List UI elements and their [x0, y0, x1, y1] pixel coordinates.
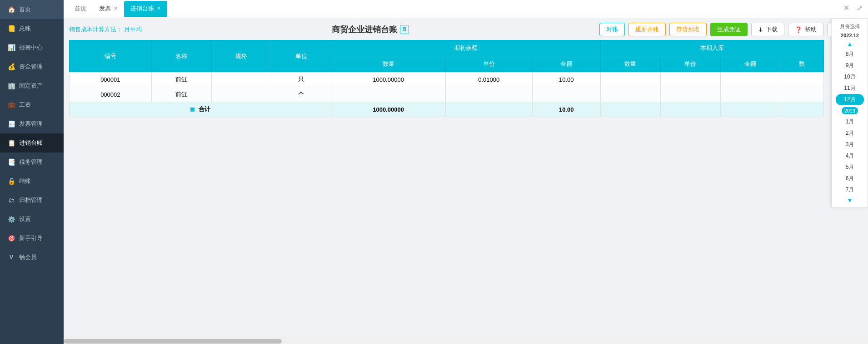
cell-in-amount: [720, 72, 780, 87]
close-button[interactable]: ✕: [842, 4, 851, 12]
cell-in-qty: [600, 72, 660, 87]
assets-icon: 🏢: [7, 82, 15, 90]
sidebar-item-purchase-sales[interactable]: 📋 进销台账: [0, 133, 64, 152]
window-controls: ✕ ⤢: [842, 4, 864, 12]
col-header-period-inbound: 本期入库: [600, 40, 823, 56]
col-header-in-price: 单价: [660, 56, 720, 72]
cell-in-price: [660, 87, 720, 102]
sidebar-item-ledger[interactable]: 📒 总账: [0, 19, 64, 38]
month-item-7[interactable]: 7月: [832, 184, 868, 196]
col-header-spec: 规格: [211, 40, 271, 72]
month-item-6[interactable]: 6月: [832, 173, 868, 184]
month-item-9[interactable]: 9月: [832, 60, 868, 71]
maximize-button[interactable]: ⤢: [855, 4, 864, 12]
col-header-in-qty: 数量: [600, 56, 660, 72]
sidebar: 🏠 首页 📒 总账 📊 报表中心 💰 资金管理 🏢 固定资产 💼 工资 🧾 发票…: [0, 0, 64, 344]
table-row: 000001 前缸 只 1000.00000 0.01000 10.00: [70, 72, 824, 87]
scrollbar-area[interactable]: [64, 338, 868, 344]
month-item-10[interactable]: 10月: [832, 71, 868, 83]
generate-voucher-button[interactable]: 生成凭证: [710, 23, 748, 36]
toolbar-right: 对账 重新开账 存货别名 生成凭证 ⬇ 下载 ❓ 帮助: [599, 23, 863, 36]
content-area: 销售成本计算方法： 月平均 商贸企业进销台账 目 对账 重新开账 存货别名 生成…: [64, 18, 868, 338]
sidebar-item-closing[interactable]: 🔒 结账: [0, 172, 64, 191]
sidebar-item-invoice-mgmt[interactable]: 🧾 发票管理: [0, 114, 64, 133]
cell-unit: 个: [271, 87, 331, 102]
sidebar-item-guide[interactable]: 🎯 新手引导: [0, 229, 64, 248]
cell-init-price: [445, 87, 532, 102]
reconcile-button[interactable]: 对账: [599, 23, 625, 36]
purchase-sales-icon: 📋: [7, 139, 15, 147]
month-item-5[interactable]: 5月: [832, 162, 868, 173]
total-in-extra: [780, 102, 824, 117]
col-header-name: 名称: [151, 40, 211, 72]
month-item-8[interactable]: 8月: [832, 49, 868, 60]
col-header-init-price: 单价: [445, 56, 532, 72]
sidebar-item-archive[interactable]: 🗂 归档管理: [0, 191, 64, 210]
cell-spec: [211, 72, 271, 87]
month-item-1[interactable]: 1月: [832, 116, 868, 128]
tab-bar: 首页 发票 ✕ 进销台账 ✕: [64, 0, 868, 18]
cell-in-extra: [780, 87, 824, 102]
sidebar-item-tax[interactable]: 📑 税务管理: [0, 152, 64, 172]
sidebar-item-settings[interactable]: ⚙️ 设置: [0, 210, 64, 229]
year-badge-2023: 2023: [842, 107, 858, 114]
archive-icon: 🗂: [7, 196, 15, 204]
sidebar-item-reports[interactable]: 📊 报表中心: [0, 38, 64, 57]
tax-icon: 📑: [7, 158, 15, 166]
cell-init-amount: [532, 87, 600, 102]
home-icon: 🏠: [7, 5, 15, 14]
download-button[interactable]: ⬇ 下载: [751, 23, 784, 36]
col-header-init-qty: 数量: [331, 56, 446, 72]
guide-icon: 🎯: [7, 234, 15, 242]
cell-unit: 只: [271, 72, 331, 87]
cell-init-qty: 1000.00000: [331, 72, 446, 87]
col-header-unit: 单位: [271, 40, 331, 72]
tab-home[interactable]: 首页: [68, 1, 93, 17]
salary-icon: 💼: [7, 101, 15, 109]
sidebar-item-funds[interactable]: 💰 资金管理: [0, 57, 64, 76]
sidebar-item-salary[interactable]: 💼 工资: [0, 95, 64, 114]
save-alias-button[interactable]: 存货别名: [669, 23, 707, 36]
cost-method: 销售成本计算方法： 月平均: [69, 25, 142, 34]
month-scroll-up[interactable]: ▲: [832, 39, 868, 49]
cell-spec: [211, 87, 271, 102]
total-in-qty: [600, 102, 660, 117]
reports-icon: 📊: [7, 44, 15, 52]
month-item-11[interactable]: 11月: [832, 83, 868, 94]
reopen-button[interactable]: 重新开账: [629, 23, 666, 36]
col-header-in-amount: 金额: [720, 56, 780, 72]
scrollbar-thumb[interactable]: [64, 339, 282, 344]
tab-invoice[interactable]: 发票 ✕: [93, 1, 124, 17]
cell-init-price: 0.01000: [445, 72, 532, 87]
total-row: ◼ 合计 1000.00000 10.00: [70, 102, 824, 117]
title-bar: 销售成本计算方法： 月平均 商贸企业进销台账 目 对账 重新开账 存货别名 生成…: [69, 23, 863, 36]
member-icon: V: [7, 253, 15, 261]
tab-purchase-sales-close[interactable]: ✕: [157, 5, 161, 11]
ledger-icon: 📒: [7, 25, 15, 33]
cell-name: 前缸: [151, 72, 211, 87]
month-item-12[interactable]: 12月: [836, 94, 864, 105]
total-label: ◼ 合计: [70, 102, 331, 117]
month-item-2[interactable]: 2月: [832, 128, 868, 139]
cell-in-extra: [780, 72, 824, 87]
month-item-3[interactable]: 3月: [832, 139, 868, 150]
sidebar-item-assets[interactable]: 🏢 固定资产: [0, 76, 64, 95]
table-row: 000002 前缸 个: [70, 87, 824, 102]
tab-purchase-sales[interactable]: 进销台账 ✕: [124, 1, 167, 17]
cell-init-amount: 10.00: [532, 72, 600, 87]
total-init-amount: 10.00: [532, 102, 600, 117]
col-header-period-initial: 期初余额: [331, 40, 601, 56]
invoice-mgmt-icon: 🧾: [7, 120, 15, 128]
main-area: ✕ ⤢ 首页 发票 ✕ 进销台账 ✕ 销售成本计算方法： 月平均 商贸企业进销台…: [64, 0, 868, 344]
month-scroll-down[interactable]: ▼: [832, 196, 868, 205]
page-info-icon[interactable]: 目: [400, 25, 409, 34]
total-in-price: [660, 102, 720, 117]
sidebar-item-home[interactable]: 🏠 首页: [0, 0, 64, 19]
help-button[interactable]: ❓ 帮助: [788, 23, 823, 36]
month-item-4[interactable]: 4月: [832, 150, 868, 162]
col-header-id: 编号: [70, 40, 152, 72]
tab-invoice-close[interactable]: ✕: [114, 5, 118, 11]
sidebar-item-member[interactable]: V 畅会员: [0, 248, 64, 267]
closing-icon: 🔒: [7, 177, 15, 185]
col-header-in-extra: 数: [780, 56, 824, 72]
